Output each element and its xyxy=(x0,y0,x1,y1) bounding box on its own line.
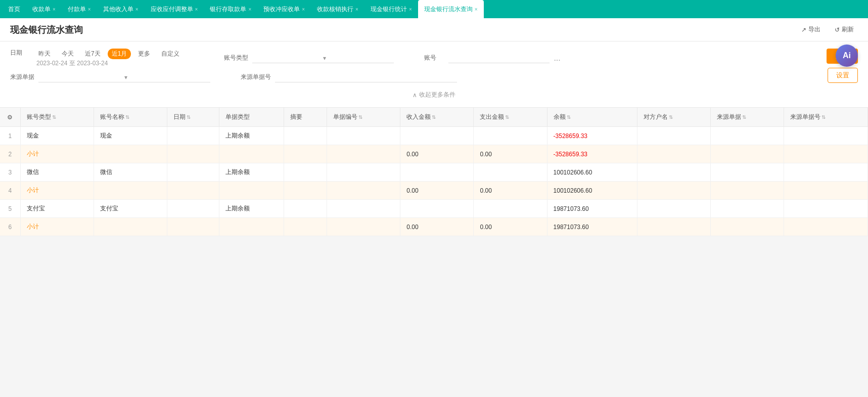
income-cell xyxy=(400,200,474,218)
source-doc-cell xyxy=(710,218,784,236)
source-doc-cell xyxy=(710,127,784,145)
col-header-source-doc[interactable]: 来源单据⇅ xyxy=(710,108,784,127)
sort-icon-account-name: ⇅ xyxy=(125,114,129,120)
income-cell xyxy=(400,127,474,145)
col-header-source-doc-num[interactable]: 来源单据号⇅ xyxy=(784,108,867,127)
date-btn-自定义[interactable]: 自定义 xyxy=(157,49,184,59)
refresh-button[interactable]: ↺ 刷新 xyxy=(831,23,858,36)
col-header-settings: ⚙ xyxy=(0,108,20,127)
col-header-counterpart[interactable]: 对方户名⇅ xyxy=(637,108,710,127)
account-type-label: 账号类型 xyxy=(224,54,248,62)
account-name-cell: 支付宝 xyxy=(94,200,167,218)
account-type-select[interactable]: ▾ xyxy=(252,54,394,63)
summary-cell xyxy=(284,200,327,218)
date-btn-近1月[interactable]: 近1月 xyxy=(108,49,131,59)
nav-item-receipt-verify[interactable]: 收款核销执行× xyxy=(311,0,364,18)
balance-cell: -3528659.33 xyxy=(547,127,637,145)
source-doc-cell xyxy=(710,182,784,200)
nav-item-payment[interactable]: 付款单× xyxy=(62,0,97,18)
account-input[interactable] xyxy=(448,54,550,63)
nav-item-bank-deposit[interactable]: 银行存取款单× xyxy=(204,0,257,18)
source-doc-num-filter-block: 来源单据号 xyxy=(241,73,457,82)
nav-item-other-income[interactable]: 其他收入单× xyxy=(97,0,145,18)
source-doc-num-cell xyxy=(784,145,867,163)
sort-icon-expense: ⇅ xyxy=(505,114,509,120)
date-btn-更多[interactable]: 更多 xyxy=(134,49,154,59)
nav-close-pre-charge[interactable]: × xyxy=(302,7,305,12)
header-actions: ↗ 导出 ↺ 刷新 xyxy=(797,23,858,36)
nav-close-receipt[interactable]: × xyxy=(53,7,56,12)
collapse-bar[interactable]: ∧ 收起更多条件 xyxy=(10,87,858,100)
date-btn-昨天[interactable]: 昨天 xyxy=(34,49,55,59)
source-doc-cell xyxy=(710,163,784,182)
date-btn-今天[interactable]: 今天 xyxy=(58,49,78,59)
sort-icon-counterpart: ⇅ xyxy=(669,114,673,120)
ai-button[interactable]: Ai xyxy=(836,45,858,67)
source-doc-num-input[interactable] xyxy=(275,73,457,82)
counterpart-cell xyxy=(637,127,710,145)
header-row: ⚙账号类型⇅账号名称⇅日期⇅单据类型摘要单据编号⇅收入金额⇅支出金额⇅余额⇅对方… xyxy=(0,108,868,127)
summary-cell xyxy=(284,127,327,145)
col-header-doc-number[interactable]: 单据编号⇅ xyxy=(327,108,400,127)
source-doc-num-cell xyxy=(784,182,867,200)
col-header-account-type[interactable]: 账号类型⇅ xyxy=(20,108,94,127)
table-row: 2小计0.000.00-3528659.33 xyxy=(0,145,868,163)
source-doc-num-cell xyxy=(784,163,867,182)
doc-type-cell: 上期余额 xyxy=(219,163,284,182)
col-header-date[interactable]: 日期⇅ xyxy=(167,108,219,127)
col-header-account-name[interactable]: 账号名称⇅ xyxy=(94,108,167,127)
account-type-cell: 小计 xyxy=(20,145,94,163)
source-doc-filter-block: 来源单据 ▾ xyxy=(10,73,210,82)
source-doc-num-cell xyxy=(784,218,867,236)
source-doc-num-cell xyxy=(784,200,867,218)
nav-close-cash-bank-stat[interactable]: × xyxy=(409,7,412,12)
account-dots[interactable]: ... xyxy=(554,54,560,63)
account-name-cell xyxy=(94,218,167,236)
doc-type-cell: 上期余额 xyxy=(219,200,284,218)
settings-button[interactable]: 设置 xyxy=(828,68,858,83)
nav-item-home[interactable]: 首页 xyxy=(2,0,26,18)
summary-cell xyxy=(284,145,327,163)
balance-cell: -3528659.33 xyxy=(547,145,637,163)
expense-cell xyxy=(474,127,547,145)
source-doc-select[interactable]: ▾ xyxy=(38,73,210,82)
account-name-cell xyxy=(94,182,167,200)
nav-close-receipt-verify[interactable]: × xyxy=(355,7,358,12)
filter-row-2: 来源单据 ▾ 来源单据号 xyxy=(10,73,797,82)
doc-number-cell xyxy=(327,182,400,200)
col-header-income[interactable]: 收入金额⇅ xyxy=(400,108,474,127)
table-row: 4小计0.000.00100102606.60 xyxy=(0,182,868,200)
counterpart-cell xyxy=(637,200,710,218)
nav-item-ar-ap-adjust[interactable]: 应收应付调整单× xyxy=(145,0,204,18)
table-row: 6小计0.000.0019871073.60 xyxy=(0,218,868,236)
nav-item-cash-bank-query[interactable]: 现金银行流水查询× xyxy=(418,0,484,18)
nav-item-pre-charge[interactable]: 预收冲应收单× xyxy=(257,0,311,18)
income-cell xyxy=(400,163,474,182)
date-btn-近7天[interactable]: 近7天 xyxy=(81,49,105,59)
nav-close-bank-deposit[interactable]: × xyxy=(248,7,251,12)
export-button[interactable]: ↗ 导出 xyxy=(797,23,825,36)
doc-type-cell xyxy=(219,182,284,200)
nav-item-receipt[interactable]: 收款单× xyxy=(26,0,62,18)
nav-close-other-income[interactable]: × xyxy=(135,7,139,12)
export-icon: ↗ xyxy=(801,26,806,33)
source-doc-num-label: 来源单据号 xyxy=(241,73,271,81)
date-options: 昨天今天近7天近1月更多自定义 xyxy=(34,49,184,59)
account-label: 账号 xyxy=(424,54,444,62)
row-num: 5 xyxy=(0,200,20,218)
nav-close-payment[interactable]: × xyxy=(88,7,91,12)
expense-cell: 0.00 xyxy=(474,145,547,163)
counterpart-cell xyxy=(637,182,710,200)
col-header-expense[interactable]: 支出金额⇅ xyxy=(474,108,547,127)
account-type-value xyxy=(255,55,323,62)
nav-close-ar-ap-adjust[interactable]: × xyxy=(195,7,198,12)
doc-number-cell xyxy=(327,200,400,218)
filter-area: 日期 昨天今天近7天近1月更多自定义 2023-02-24 至 2023-03-… xyxy=(0,41,868,108)
nav-close-cash-bank-query[interactable]: × xyxy=(475,7,478,12)
account-type-arrow-icon: ▾ xyxy=(323,55,391,62)
expense-cell: 0.00 xyxy=(474,218,547,236)
date-range: 2023-02-24 至 2023-03-24 xyxy=(36,59,184,68)
expense-cell: 0.00 xyxy=(474,182,547,200)
nav-item-cash-bank-stat[interactable]: 现金银行统计× xyxy=(364,0,418,18)
col-header-balance[interactable]: 余额⇅ xyxy=(547,108,637,127)
